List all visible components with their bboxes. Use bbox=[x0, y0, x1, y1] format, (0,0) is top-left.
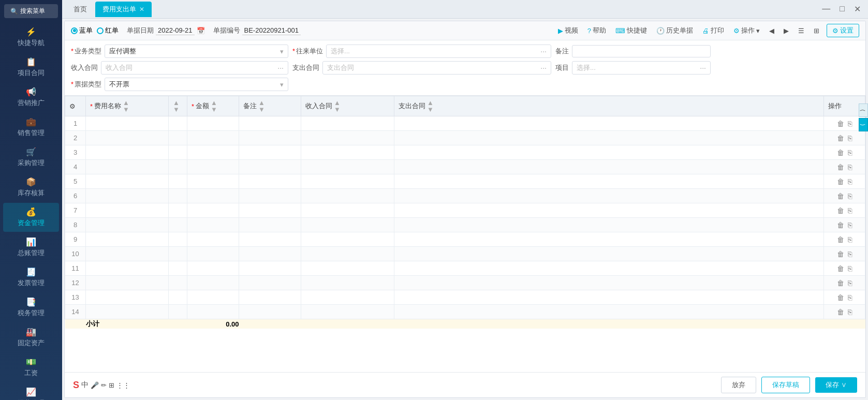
close-icon[interactable]: ✕ bbox=[851, 3, 864, 15]
invoice-type-select[interactable]: 不开票 ▾ bbox=[105, 78, 288, 91]
partner-input[interactable]: 选择... ··· bbox=[326, 45, 551, 58]
spend-cell[interactable] bbox=[394, 160, 824, 174]
amount-cell[interactable] bbox=[187, 290, 239, 305]
sidebar-item-project[interactable]: 📋 项目合同 bbox=[3, 53, 59, 82]
copy-row-icon[interactable]: ⎘ bbox=[848, 177, 852, 186]
remark-cell[interactable] bbox=[239, 276, 301, 290]
sidebar-item-fixed[interactable]: 🏭 固定资产 bbox=[3, 323, 59, 352]
copy-row-icon[interactable]: ⎘ bbox=[848, 163, 852, 171]
sidebar-item-salary[interactable]: 💵 工资 bbox=[3, 353, 59, 382]
remark-cell[interactable] bbox=[239, 131, 301, 145]
amount-cell[interactable] bbox=[187, 174, 239, 189]
sidebar-item-purchase[interactable]: 🛒 采购管理 bbox=[3, 143, 59, 172]
expense-name-cell[interactable] bbox=[86, 131, 169, 145]
expense-name-cell[interactable] bbox=[86, 247, 169, 261]
amount-cell[interactable] bbox=[187, 218, 239, 232]
income-cell[interactable] bbox=[301, 218, 394, 232]
nav-prev-btn[interactable]: ◀ bbox=[767, 26, 776, 36]
expense-name-cell[interactable] bbox=[86, 203, 169, 218]
sidebar-item-marketing[interactable]: 📢 营销推广 bbox=[3, 83, 59, 112]
income-cell[interactable] bbox=[301, 232, 394, 247]
delete-row-icon[interactable]: 🗑 bbox=[837, 308, 844, 316]
spend-cell[interactable] bbox=[394, 276, 824, 290]
spend-cell[interactable] bbox=[394, 232, 824, 247]
amount-cell[interactable] bbox=[187, 261, 239, 276]
th-remark[interactable]: 备注 ▲▼ bbox=[239, 96, 301, 116]
income-cell[interactable] bbox=[301, 189, 394, 203]
shortcut-btn[interactable]: ⌨ 快捷键 bbox=[613, 25, 649, 36]
copy-row-icon[interactable]: ⎘ bbox=[848, 235, 852, 244]
sidebar-item-tax[interactable]: 📑 税务管理 bbox=[3, 293, 59, 322]
minimize-icon[interactable]: — bbox=[819, 3, 833, 15]
income-cell[interactable] bbox=[301, 305, 394, 319]
remark-cell[interactable] bbox=[239, 145, 301, 160]
delete-row-icon[interactable]: 🗑 bbox=[837, 177, 844, 186]
delete-row-icon[interactable]: 🗑 bbox=[837, 221, 844, 229]
copy-row-icon[interactable]: ⎘ bbox=[848, 279, 852, 287]
action-btn[interactable]: ⚙ 操作 ▾ bbox=[731, 25, 762, 36]
expense-name-cell[interactable] bbox=[86, 305, 169, 319]
income-cell[interactable] bbox=[301, 174, 394, 189]
copy-row-icon[interactable]: ⎘ bbox=[848, 308, 852, 316]
right-tab-1[interactable]: ⟨ bbox=[859, 103, 868, 117]
copy-row-icon[interactable]: ⎘ bbox=[848, 149, 852, 157]
tab-expense[interactable]: 费用支出单 ✕ bbox=[95, 2, 152, 17]
delete-row-icon[interactable]: 🗑 bbox=[837, 134, 844, 142]
th-expense-name[interactable]: * 费用名称 ▲▼ bbox=[86, 96, 169, 116]
sidebar-item-sales[interactable]: 💼 销售管理 bbox=[3, 113, 59, 142]
remark-cell[interactable] bbox=[239, 203, 301, 218]
amount-cell[interactable] bbox=[187, 131, 239, 145]
expense-name-cell[interactable] bbox=[86, 174, 169, 189]
income-cell[interactable] bbox=[301, 261, 394, 276]
save-draft-button[interactable]: 保存草稿 bbox=[761, 377, 810, 393]
help-btn[interactable]: ? 帮助 bbox=[585, 25, 608, 36]
expense-name-cell[interactable] bbox=[86, 276, 169, 290]
expense-name-cell[interactable] bbox=[86, 232, 169, 247]
income-cell[interactable] bbox=[301, 276, 394, 290]
calendar-icon[interactable]: 📅 bbox=[197, 27, 205, 35]
project-input[interactable]: 选择... ··· bbox=[572, 61, 711, 75]
amount-cell[interactable] bbox=[187, 160, 239, 174]
copy-row-icon[interactable]: ⎘ bbox=[848, 293, 852, 302]
delete-row-icon[interactable]: 🗑 bbox=[837, 293, 844, 302]
tab-close-icon[interactable]: ✕ bbox=[139, 6, 144, 13]
remark-cell[interactable] bbox=[239, 232, 301, 247]
right-tab-2[interactable]: ⟩ bbox=[859, 118, 868, 131]
spend-cell[interactable] bbox=[394, 247, 824, 261]
doc-num-value[interactable]: BE-20220921-001 bbox=[242, 26, 301, 35]
date-value[interactable]: 2022-09-21 bbox=[156, 26, 195, 35]
income-cell[interactable] bbox=[301, 247, 394, 261]
income-cell[interactable] bbox=[301, 116, 394, 131]
remark-cell[interactable] bbox=[239, 174, 301, 189]
delete-row-icon[interactable]: 🗑 bbox=[837, 235, 844, 244]
th-amount[interactable]: * 金额 ▲▼ bbox=[187, 96, 239, 116]
spend-cell[interactable] bbox=[394, 116, 824, 131]
remark-cell[interactable] bbox=[239, 160, 301, 174]
video-btn[interactable]: ▶ 视频 bbox=[556, 25, 580, 36]
income-cell[interactable] bbox=[301, 290, 394, 305]
amount-cell[interactable] bbox=[187, 247, 239, 261]
spend-cell[interactable] bbox=[394, 290, 824, 305]
copy-row-icon[interactable]: ⎘ bbox=[848, 206, 852, 215]
copy-row-icon[interactable]: ⎘ bbox=[848, 264, 852, 273]
spend-cell[interactable] bbox=[394, 305, 824, 319]
expense-name-cell[interactable] bbox=[86, 218, 169, 232]
amount-cell[interactable] bbox=[187, 305, 239, 319]
red-bill-radio[interactable]: 红单 bbox=[97, 26, 119, 35]
copy-row-icon[interactable]: ⎘ bbox=[848, 120, 852, 128]
expense-contract-input[interactable]: 支出合同 ··· bbox=[322, 61, 551, 75]
expense-name-cell[interactable] bbox=[86, 116, 169, 131]
delete-row-icon[interactable]: 🗑 bbox=[837, 264, 844, 273]
copy-row-icon[interactable]: ⎘ bbox=[848, 221, 852, 229]
grid-view-btn[interactable]: ⊞ bbox=[812, 26, 821, 36]
copy-row-icon[interactable]: ⎘ bbox=[848, 250, 852, 258]
amount-cell[interactable] bbox=[187, 189, 239, 203]
amount-cell[interactable] bbox=[187, 203, 239, 218]
remark-cell[interactable] bbox=[239, 218, 301, 232]
remark-cell[interactable] bbox=[239, 290, 301, 305]
delete-row-icon[interactable]: 🗑 bbox=[837, 120, 844, 128]
amount-cell[interactable] bbox=[187, 232, 239, 247]
remark-cell[interactable] bbox=[239, 116, 301, 131]
maximize-icon[interactable]: □ bbox=[836, 3, 848, 15]
th-income[interactable]: 收入合同 ▲▼ bbox=[301, 96, 394, 116]
